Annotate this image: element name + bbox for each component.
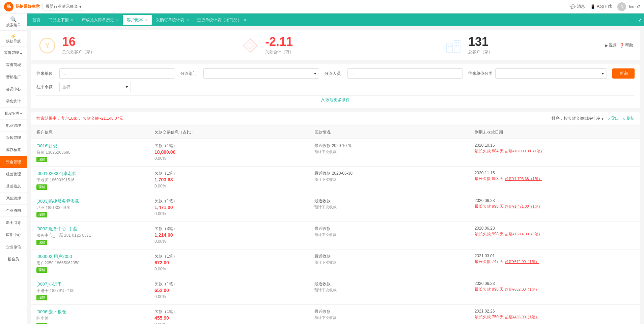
help-button[interactable]: ❓ 帮助 <box>619 42 633 48</box>
svg-rect-3 <box>454 40 460 52</box>
video-button[interactable]: ▶ 视频 <box>605 42 617 48</box>
overdue-link-1[interactable]: 超期¥1,703.68（1笔） <box>505 177 542 181</box>
sidebar-item-retail[interactable]: 零售管理 ▲ <box>0 47 27 59</box>
sidebar-item-wholesale[interactable]: 批发管理 ▾ <box>0 108 27 120</box>
debt-percent-2: 0.00% <box>155 211 314 216</box>
tab-products[interactable]: 商品上下架 ✕ <box>45 15 78 25</box>
customer-tag-0: 现销 <box>36 157 47 162</box>
debt-amount-4[interactable]: 672.00 <box>155 260 314 265</box>
customer-tag-4: 现销 <box>36 267 47 273</box>
sidebar-item-finance[interactable]: 资金管理 <box>0 156 27 168</box>
customer-contact-1: 李老师 18600391516 <box>36 177 155 183</box>
sidebar-item-enterprise[interactable]: 企业协同 <box>0 205 27 217</box>
sidebar-item-guide[interactable]: 新手引导 <box>0 217 27 229</box>
tab-bar-actions: ─ ⤢ <box>630 17 643 23</box>
debt-count-0: 欠款（1笔） <box>155 143 314 149</box>
sidebar-item-mall[interactable]: 零售商城 <box>0 59 27 71</box>
from-unit-input[interactable]: ... <box>59 68 175 79</box>
sidebar-item-member[interactable]: 会员中心 <box>0 83 27 95</box>
recover-last-3: 最近收款 <box>314 226 474 232</box>
tab-instock[interactable]: 产成品入库单历史 ✕ <box>78 15 123 25</box>
sidebar-item-wechat[interactable]: 企业微信 <box>0 241 27 253</box>
recover-next-2: 预计下次收款 <box>314 205 474 210</box>
tab-home[interactable]: 首页 <box>28 15 45 25</box>
stat-debt-amount-info: -2.11 欠款合计（万） <box>265 36 430 55</box>
tab-purchase[interactable]: 采购订单统计表 ✕ <box>152 15 193 25</box>
overdue-info-3: 最长欠款 998 天 超期¥1,214.00（3笔） <box>475 231 635 237</box>
debt-percent-6: 0.00% <box>155 322 314 324</box>
avatar: D <box>617 2 626 11</box>
customer-tag-5: 现销 <box>36 295 47 300</box>
overdue-link-4[interactable]: 超期¥672.00（1笔） <box>505 260 539 264</box>
debt-amount-6[interactable]: 455.90 <box>155 315 314 321</box>
tab-close-customer[interactable]: ✕ <box>145 18 148 22</box>
tab-close-products[interactable]: ✕ <box>71 18 74 22</box>
sidebar-item-marketing[interactable]: 营销推广 <box>0 71 27 83</box>
sidebar-item-retail-stat[interactable]: 零售统计 <box>0 95 27 108</box>
svg-rect-7 <box>458 42 459 43</box>
tab-minimize-button[interactable]: ─ <box>630 17 635 23</box>
debt-amount-1[interactable]: 1,703.68 <box>155 177 314 182</box>
customer-name-2[interactable]: [0003]畅捷服务尹海燕 <box>36 199 79 204</box>
dept-select[interactable]: ▾ <box>203 68 319 79</box>
stat-debt-amount: -2.11 欠款合计（万） <box>234 30 437 60</box>
sidebar-item-operation[interactable]: 经营管理 <box>0 168 27 180</box>
overdue-link-5[interactable]: 超期¥652.00（1笔） <box>505 287 539 291</box>
unit-type-select[interactable]: ▾ <box>495 68 607 79</box>
customer-contact-6: 陈小帅 <box>36 316 155 321</box>
sort-selector[interactable]: 排序：按欠款金额倒序排序 ▾ <box>552 116 604 121</box>
tab-goods[interactable]: 进货单统计表（按商品） ✕ <box>193 15 250 25</box>
overdue-link-3[interactable]: 超期¥1,214.00（3笔） <box>505 232 542 236</box>
debt-amount-3[interactable]: 1,214.00 <box>155 232 314 238</box>
balance-select[interactable]: 选择... ▾ <box>59 82 131 92</box>
tab-close-goods[interactable]: ✕ <box>244 18 246 22</box>
export-button[interactable]: ○ 导出 <box>608 116 619 121</box>
tab-close-instock[interactable]: ✕ <box>116 18 119 22</box>
overdue-link-6[interactable]: 超期¥455.90（1笔） <box>505 315 539 319</box>
due-date-2: 2020.06.23 <box>475 198 635 203</box>
tab-close-purchase[interactable]: ✕ <box>186 18 189 22</box>
svg-rect-2 <box>447 44 453 52</box>
sidebar-item-apps[interactable]: 应用中心 <box>0 229 27 241</box>
overdue-link-2[interactable]: 超期¥1,471.00（1笔） <box>505 204 542 208</box>
sidebar-item-basic[interactable]: 基础信息 <box>0 180 27 193</box>
sidebar-item-system[interactable]: 系统管理 <box>0 193 27 205</box>
sidebar-item-ecommerce[interactable]: 电商管理 <box>0 120 27 132</box>
refresh-button[interactable]: ○ 刷新 <box>623 116 635 121</box>
customer-name-6[interactable]: [0006]去下粮仓 <box>36 309 66 314</box>
stats-row: ¥ 16 总欠款客户（家） <box>31 30 640 60</box>
search-button[interactable]: 查询 <box>612 68 635 79</box>
recover-cell-4: 最近收款 预计下次收款 <box>314 254 474 265</box>
svg-rect-8 <box>455 45 457 47</box>
customer-name-3[interactable]: [0002]服务中心_丁磊 <box>36 226 77 231</box>
filter-collapse-button[interactable]: ⋀ 收起更多条件 <box>36 95 635 104</box>
user-menu[interactable]: D demo2 <box>617 2 640 11</box>
tab-customer[interactable]: 客户账本 ✕ <box>123 15 152 25</box>
sidebar-item-inventory[interactable]: 库存核算 <box>0 144 27 156</box>
sidebar-item-quick[interactable]: ⚡ 快捷导航 <box>0 31 27 47</box>
sidebar-item-search[interactable]: 🔍 搜索菜单 <box>0 13 27 31</box>
overdue-link-0[interactable]: 超期¥10,000.00（1笔） <box>505 149 544 153</box>
debt-customers-number: 16 <box>62 36 227 48</box>
stat-total-customers-info: 131 总客户（家） <box>468 36 599 55</box>
stat-total-customers: 131 总客户（家） ▶ 视频 ❓ 帮助 <box>437 30 640 60</box>
sidebar-item-purchase[interactable]: 采购管理 <box>0 132 27 144</box>
debt-amount-0[interactable]: 10,000.00 <box>155 149 314 155</box>
customer-name-4[interactable]: [000002]用户2050 <box>36 254 72 259</box>
customer-contact-4: 用户2050 18665062050 <box>36 260 155 266</box>
customer-name-1[interactable]: [0001020001]李老师 <box>36 171 77 176</box>
customer-contact-2: 尹燕 18513066976 <box>36 205 155 211</box>
person-input[interactable]: ... <box>347 68 463 79</box>
sidebar-item-vip[interactable]: 畅会员 <box>0 253 27 265</box>
app-download-button[interactable]: 📱 App下载 <box>590 4 612 9</box>
customer-name-5[interactable]: [0007]小进干 <box>36 282 62 287</box>
store-selector[interactable]: 母婴行业演示账套 ▾ <box>43 3 84 10</box>
debt-cell-5: 欠款（1笔） 652.00 0.00% <box>155 281 314 299</box>
debt-customers-label: 总欠款客户（家） <box>62 49 227 55</box>
recover-next-1: 预计下次收款 <box>314 177 474 182</box>
debt-amount-2[interactable]: 1,471.00 <box>155 205 314 210</box>
tab-maximize-button[interactable]: ⤢ <box>637 17 643 23</box>
message-button[interactable]: 💬 消息 <box>570 4 585 9</box>
customer-name-0[interactable]: [0016]吕俊 <box>36 143 57 148</box>
debt-amount-5[interactable]: 652.00 <box>155 288 314 293</box>
